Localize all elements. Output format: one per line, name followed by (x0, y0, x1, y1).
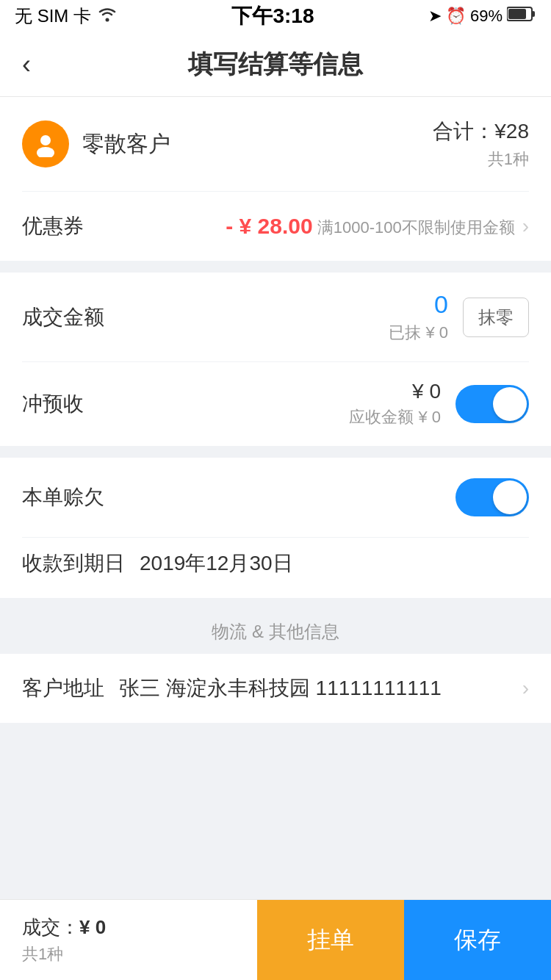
overdue-section: 本单赊欠 收款到期日 2019年12月30日 (0, 458, 551, 598)
bottom-summary: 成交：¥ 0 共1种 (0, 915, 257, 965)
total-amount: 合计：¥28 (433, 118, 529, 145)
transaction-section: 成交金额 0 已抹 ¥ 0 抹零 冲预收 ¥ 0 应收金额 ¥ 0 (0, 273, 551, 446)
svg-point-5 (37, 147, 54, 157)
coupon-label: 优惠券 (22, 212, 84, 240)
bottom-bar: 成交：¥ 0 共1种 挂单 保存 (0, 899, 551, 980)
page-title: 填写结算等信息 (188, 48, 363, 82)
prepay-label: 冲预收 (22, 390, 84, 418)
back-button[interactable]: ‹ (22, 49, 31, 80)
address-row[interactable]: 客户地址 张三 海淀永丰科技园 11111111111 › (0, 654, 551, 723)
no-sim-text: 无 SIM 卡 (15, 4, 91, 28)
wifi-icon (97, 6, 118, 26)
battery-icon (507, 6, 536, 26)
battery-percentage: 69% (470, 7, 503, 26)
round-button[interactable]: 抹零 (463, 298, 529, 337)
location-icon: ➤ (428, 7, 442, 26)
toggle-knob (493, 387, 527, 421)
chevron-right-icon: › (522, 215, 529, 238)
transaction-row: 成交金额 0 已抹 ¥ 0 抹零 (0, 273, 551, 361)
transaction-right: 0 已抹 ¥ 0 抹零 (389, 290, 529, 344)
address-left: 客户地址 张三 海淀永丰科技园 11111111111 (22, 674, 442, 702)
customer-right: 合计：¥28 共1种 (433, 118, 529, 170)
hang-button[interactable]: 挂单 (257, 900, 404, 981)
overdue-toggle[interactable] (455, 478, 529, 516)
svg-point-0 (106, 18, 109, 22)
customer-section: 零散客户 合计：¥28 共1种 优惠券 - ¥ 28.00 满1000-100不… (0, 97, 551, 261)
transaction-sub: 已抹 ¥ 0 (389, 322, 448, 344)
content: 零散客户 合计：¥28 共1种 优惠券 - ¥ 28.00 满1000-100不… (0, 97, 551, 811)
status-time: 下午3:18 (231, 2, 314, 30)
prepay-right: ¥ 0 应收金额 ¥ 0 (349, 380, 529, 428)
coupon-row[interactable]: 优惠券 - ¥ 28.00 满1000-100不限制使用金额 › (0, 192, 551, 261)
bottom-total-label: 成交： (22, 916, 79, 938)
address-value: 张三 海淀永丰科技园 11111111111 (119, 674, 442, 702)
due-date-label: 收款到期日 (22, 550, 125, 577)
logistics-divider: 物流 & 其他信息 (0, 610, 551, 654)
avatar (22, 120, 69, 167)
alarm-icon: ⏰ (446, 7, 466, 26)
bottom-total: 成交：¥ 0 (22, 915, 235, 940)
due-date-value: 2019年12月30日 (140, 550, 293, 577)
transaction-value: 0 已抹 ¥ 0 (389, 290, 448, 344)
transaction-amount: 0 (389, 290, 448, 319)
due-date-row[interactable]: 收款到期日 2019年12月30日 (0, 538, 551, 598)
svg-rect-3 (508, 9, 526, 19)
status-right: ➤ ⏰ 69% (428, 6, 536, 26)
svg-rect-2 (532, 11, 535, 17)
total-count: 共1种 (433, 148, 529, 170)
save-button[interactable]: 保存 (404, 900, 551, 981)
prepay-sub: 应收金额 ¥ 0 (349, 406, 441, 428)
prepay-value: ¥ 0 应收金额 ¥ 0 (349, 380, 441, 428)
customer-row: 零散客户 合计：¥28 共1种 (0, 97, 551, 191)
nav-bar: ‹ 填写结算等信息 (0, 32, 551, 97)
bottom-amount: ¥ 0 (79, 916, 106, 938)
prepay-row: 冲预收 ¥ 0 应收金额 ¥ 0 (0, 362, 551, 446)
transaction-label: 成交金额 (22, 303, 104, 331)
customer-name: 零散客户 (82, 129, 170, 159)
prepay-amount: ¥ 0 (349, 380, 441, 403)
coupon-discount: - ¥ 28.00 (226, 214, 312, 239)
customer-left: 零散客户 (22, 120, 170, 167)
status-left: 无 SIM 卡 (15, 4, 118, 28)
coupon-right: - ¥ 28.00 满1000-100不限制使用金额 (226, 214, 514, 239)
overdue-row: 本单赊欠 (0, 458, 551, 537)
address-label: 客户地址 (22, 674, 104, 702)
prepay-toggle[interactable] (455, 385, 529, 423)
overdue-label: 本单赊欠 (22, 483, 104, 511)
address-chevron-icon: › (522, 677, 529, 700)
bottom-count: 共1种 (22, 943, 235, 965)
logistics-label: 物流 & 其他信息 (212, 620, 339, 644)
svg-point-4 (40, 135, 51, 145)
overdue-toggle-knob (493, 480, 527, 514)
status-bar: 无 SIM 卡 下午3:18 ➤ ⏰ 69% (0, 0, 551, 32)
coupon-desc: 满1000-100不限制使用金额 (317, 217, 515, 239)
